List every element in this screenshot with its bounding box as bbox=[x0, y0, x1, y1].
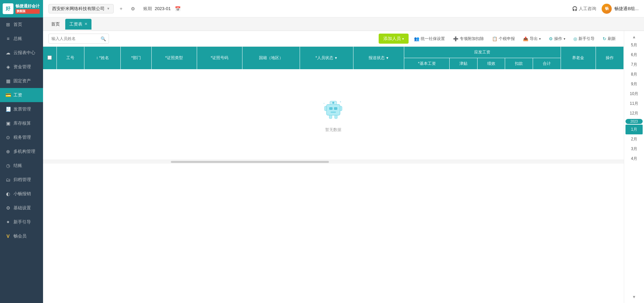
period-label: 账期 bbox=[143, 6, 152, 12]
export-btn[interactable]: 📤 导出 ▾ bbox=[520, 35, 543, 43]
th-base-salary: *基本工资 bbox=[404, 58, 450, 70]
tabbar: 首页 工资表 ✕ bbox=[43, 17, 644, 31]
svg-rect-3 bbox=[331, 112, 336, 113]
guide-btn[interactable]: ◎ 新手引导 bbox=[571, 35, 597, 43]
user-info: 畅 畅捷通B组... bbox=[602, 4, 639, 14]
close-period-icon: ◷ bbox=[5, 163, 11, 168]
sidebar-item-guide[interactable]: ✦ 新手引导 bbox=[0, 215, 43, 229]
calendar-icon[interactable]: 📅 bbox=[175, 6, 181, 11]
th-actions: 操作 bbox=[596, 47, 624, 69]
month-item-2022-06[interactable]: 6月 bbox=[624, 50, 644, 60]
month-item-2022-12[interactable]: 12月 bbox=[624, 109, 644, 118]
add-person-btn[interactable]: 添加人员 ▾ bbox=[379, 34, 409, 44]
refresh-icon: ↻ bbox=[603, 36, 606, 41]
year-badge-2023[interactable]: 2023 bbox=[626, 119, 643, 124]
table-wrap: 工号 ↕ *姓名 *部门 *证照类型 *证照号码 国籍（地区） *人员状态 ▼ bbox=[43, 47, 624, 303]
sidebar-item-funds[interactable]: ◈ 资金管理 bbox=[0, 60, 43, 74]
company-selector[interactable]: 西安虾米网络科技有限公司 ▼ bbox=[48, 4, 114, 13]
empty-row: ✦ ✦ 暂无数据 bbox=[43, 69, 624, 160]
tax-icon: ⊙ bbox=[5, 135, 11, 140]
tax-declare-btn[interactable]: 📋 个税申报 bbox=[489, 35, 518, 43]
archive-icon: 🗂 bbox=[5, 177, 11, 182]
month-item-2022-05[interactable]: 5月 bbox=[624, 40, 644, 50]
month-item-2022-09[interactable]: 9月 bbox=[624, 79, 644, 89]
month-nav-up[interactable]: ▲ bbox=[631, 34, 638, 40]
month-item-2022-10[interactable]: 10月 bbox=[624, 89, 644, 99]
sidebar: 好 畅捷通好会计 旗舰版 ⊞ 首页 ≡ 总账 ☁ 云报表中心 ◈ 资金管理 ▦ … bbox=[0, 0, 43, 303]
month-item-2023-02[interactable]: 2月 bbox=[624, 134, 644, 144]
content-area: 🔍 添加人员 ▾ 👥 统一社保设置 ➕ 专项附加扣除 📋 个税申报 bbox=[43, 31, 644, 303]
month-item-2023-03[interactable]: 3月 bbox=[624, 144, 644, 154]
sidebar-nav: ⊞ 首页 ≡ 总账 ☁ 云报表中心 ◈ 资金管理 ▦ 固定资产 💳 工资 🧾 发… bbox=[0, 17, 43, 303]
sidebar-item-payroll[interactable]: 💳 工资 bbox=[0, 88, 43, 102]
special-deduction-btn[interactable]: ➕ 专项附加扣除 bbox=[450, 35, 487, 43]
svg-rect-1 bbox=[329, 107, 333, 110]
search-input[interactable] bbox=[51, 36, 99, 41]
month-item-2023-01[interactable]: 1月 bbox=[626, 125, 643, 134]
page-content: 🔍 添加人员 ▾ 👥 统一社保设置 ➕ 专项附加扣除 📋 个税申报 bbox=[43, 31, 624, 303]
add-company-btn[interactable]: ＋ bbox=[116, 4, 126, 13]
svg-point-9 bbox=[332, 102, 334, 104]
sidebar-item-multi-org[interactable]: ⊕ 多机构管理 bbox=[0, 144, 43, 159]
headset-icon: 🎧 bbox=[572, 6, 577, 11]
svg-rect-2 bbox=[334, 107, 337, 110]
tab-payroll-table[interactable]: 工资表 ✕ bbox=[65, 19, 91, 30]
th-name: ↕ *姓名 bbox=[84, 47, 121, 69]
th-allowance: 津贴 bbox=[450, 58, 478, 70]
search-icon: 🔍 bbox=[101, 36, 106, 41]
th-report-status: 报送状态 ▼ bbox=[353, 47, 404, 69]
th-checkbox[interactable] bbox=[43, 47, 56, 69]
tab-home[interactable]: 首页 bbox=[47, 19, 64, 30]
cloud-icon: ☁ bbox=[5, 50, 11, 55]
th-id-number: *证照号码 bbox=[197, 47, 242, 69]
app-logo: 好 畅捷通好会计 旗舰版 bbox=[0, 0, 43, 17]
scrollbar-thumb[interactable] bbox=[171, 161, 329, 163]
sidebar-item-inventory[interactable]: ▣ 库存核算 bbox=[0, 116, 43, 130]
sidebar-item-archive[interactable]: 🗂 归档管理 bbox=[0, 173, 43, 187]
search-wrap[interactable]: 🔍 bbox=[48, 34, 109, 44]
logo-icon: 好 bbox=[3, 3, 13, 14]
fixed-assets-icon: ▦ bbox=[5, 78, 11, 84]
month-item-2022-07[interactable]: 7月 bbox=[624, 60, 644, 70]
operations-icon: ⚙ bbox=[549, 36, 553, 41]
expense-icon: ◐ bbox=[5, 191, 11, 197]
sidebar-item-expense[interactable]: ◐ 小畅报销 bbox=[0, 187, 43, 201]
operations-btn[interactable]: ⚙ 操作 ▾ bbox=[546, 35, 568, 43]
social-security-btn[interactable]: 👥 统一社保设置 bbox=[411, 35, 448, 43]
sidebar-item-tax[interactable]: ⊙ 税务管理 bbox=[0, 130, 43, 144]
company-dropdown-icon: ▼ bbox=[107, 7, 110, 10]
guide-icon: ✦ bbox=[5, 219, 11, 225]
settings-btn[interactable]: ⚙ bbox=[128, 4, 138, 13]
service-btn[interactable]: 🎧 人工咨询 bbox=[572, 6, 596, 12]
th-total: 合计 bbox=[533, 58, 561, 70]
avatar: 畅 bbox=[602, 4, 612, 14]
month-item-2022-08[interactable]: 8月 bbox=[624, 70, 644, 79]
sidebar-item-fixed-assets[interactable]: ▦ 固定资产 bbox=[0, 74, 43, 88]
sidebar-item-home[interactable]: ⊞ 首页 bbox=[0, 17, 43, 32]
sidebar-item-member[interactable]: V 畅会员 bbox=[0, 229, 43, 243]
svg-rect-5 bbox=[340, 106, 342, 111]
payroll-icon: 💳 bbox=[5, 92, 11, 98]
month-item-2022-11[interactable]: 11月 bbox=[624, 99, 644, 109]
topbar: 西安虾米网络科技有限公司 ▼ ＋ ⚙ 账期 2023-01 📅 🎧 人工咨询 畅… bbox=[43, 0, 644, 17]
select-all-checkbox[interactable] bbox=[47, 55, 52, 60]
svg-rect-7 bbox=[335, 115, 337, 119]
sidebar-item-ledger[interactable]: ≡ 总账 bbox=[0, 32, 43, 46]
inventory-icon: ▣ bbox=[5, 121, 11, 126]
th-performance: 绩效 bbox=[477, 58, 505, 70]
th-insurance: 养老金 bbox=[561, 47, 596, 69]
svg-text:✦: ✦ bbox=[339, 100, 342, 103]
month-nav-down[interactable]: ▼ bbox=[631, 294, 638, 300]
svg-rect-6 bbox=[329, 115, 332, 119]
sidebar-item-close[interactable]: ◷ 结账 bbox=[0, 159, 43, 173]
sidebar-item-invoice[interactable]: 🧾 发票管理 bbox=[0, 102, 43, 116]
report-filter-icon[interactable]: ▼ bbox=[386, 56, 389, 60]
month-item-2023-04[interactable]: 4月 bbox=[624, 154, 644, 164]
status-filter-icon[interactable]: ▼ bbox=[334, 56, 338, 60]
sidebar-item-cloud-report[interactable]: ☁ 云报表中心 bbox=[0, 46, 43, 60]
refresh-btn[interactable]: ↻ 刷新 bbox=[600, 35, 618, 43]
tab-close-icon[interactable]: ✕ bbox=[84, 22, 87, 26]
sidebar-item-settings[interactable]: ⚙ 基础设置 bbox=[0, 201, 43, 215]
company-name: 西安虾米网络科技有限公司 bbox=[52, 6, 105, 12]
social-security-icon: 👥 bbox=[414, 36, 419, 41]
